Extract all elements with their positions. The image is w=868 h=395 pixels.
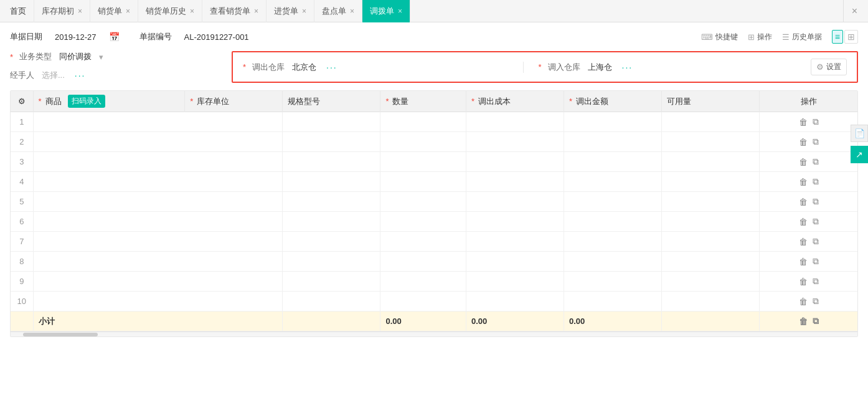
table-settings-icon[interactable]: ⚙: [18, 97, 26, 106]
row-amount-2[interactable]: [564, 132, 662, 152]
row-product-2[interactable]: [33, 132, 283, 152]
copy-icon-8[interactable]: ⧉: [813, 256, 819, 267]
subtotal-delete-icon[interactable]: 🗑: [799, 316, 808, 326]
row-qty-10[interactable]: [380, 292, 466, 312]
delete-icon-8[interactable]: 🗑: [799, 257, 808, 267]
row-unit-4[interactable]: [283, 172, 380, 192]
delete-icon-5[interactable]: 🗑: [799, 197, 808, 207]
row-amount-10[interactable]: [564, 292, 662, 312]
delete-icon-6[interactable]: 🗑: [799, 217, 808, 227]
row-cost-5[interactable]: [466, 192, 564, 212]
horizontal-scrollbar[interactable]: [11, 331, 857, 336]
row-amount-8[interactable]: [564, 252, 662, 272]
row-amount-4[interactable]: [564, 172, 662, 192]
row-unit-10[interactable]: [283, 292, 380, 312]
tab-sales-history-close[interactable]: ×: [190, 7, 194, 16]
row-product-5[interactable]: [33, 192, 283, 212]
row-product-6[interactable]: [33, 212, 283, 232]
tab-transfer[interactable]: 调拨单 ×: [362, 0, 410, 22]
history-btn[interactable]: ☰ 历史单据: [782, 32, 822, 42]
row-qty-3[interactable]: [380, 152, 466, 172]
row-amount-6[interactable]: [564, 212, 662, 232]
tab-transfer-close[interactable]: ×: [398, 7, 402, 16]
copy-icon-4[interactable]: ⧉: [813, 176, 819, 187]
row-cost-2[interactable]: [466, 132, 564, 152]
settings-button[interactable]: ⚙ 设置: [811, 59, 847, 75]
row-cost-4[interactable]: [466, 172, 564, 192]
row-cost-9[interactable]: [466, 272, 564, 292]
row-qty-2[interactable]: [380, 132, 466, 152]
out-warehouse-dots-btn[interactable]: ···: [326, 62, 337, 72]
tab-purchase-close[interactable]: ×: [302, 7, 306, 16]
tab-stock-init[interactable]: 库存期初 ×: [34, 0, 90, 22]
copy-icon-9[interactable]: ⧉: [813, 276, 819, 287]
tab-sales-history[interactable]: 销货单历史 ×: [138, 0, 202, 22]
tab-view-sales[interactable]: 查看销货单 ×: [202, 0, 267, 22]
tab-purchase[interactable]: 进货单 ×: [267, 0, 314, 22]
handler-value[interactable]: 选择...: [42, 70, 65, 81]
row-product-9[interactable]: [33, 272, 283, 292]
row-cost-7[interactable]: [466, 232, 564, 252]
row-cost-8[interactable]: [466, 252, 564, 272]
shortcuts-btn[interactable]: ⌨ 快捷键: [701, 32, 738, 42]
scan-button[interactable]: 扫码录入: [68, 95, 105, 108]
tab-stock-init-close[interactable]: ×: [78, 7, 82, 16]
copy-icon-3[interactable]: ⧉: [813, 156, 819, 167]
copy-icon-5[interactable]: ⧉: [813, 196, 819, 207]
delete-icon-9[interactable]: 🗑: [799, 277, 808, 287]
delete-icon-10[interactable]: 🗑: [799, 297, 808, 307]
row-qty-8[interactable]: [380, 252, 466, 272]
sidebar-doc-btn[interactable]: 📄: [851, 125, 868, 142]
row-product-10[interactable]: [33, 292, 283, 312]
copy-icon-10[interactable]: ⧉: [813, 296, 819, 307]
row-qty-6[interactable]: [380, 212, 466, 232]
row-qty-5[interactable]: [380, 192, 466, 212]
sidebar-expand-btn[interactable]: ↗: [851, 146, 868, 163]
row-cost-1[interactable]: [466, 112, 564, 132]
row-amount-3[interactable]: [564, 152, 662, 172]
tab-inventory[interactable]: 盘点单 ×: [314, 0, 362, 22]
business-type-dropdown-icon[interactable]: ▾: [99, 52, 103, 62]
col-settings-header[interactable]: ⚙: [11, 91, 33, 112]
row-unit-3[interactable]: [283, 152, 380, 172]
copy-icon-1[interactable]: ⧉: [813, 117, 819, 127]
row-cost-3[interactable]: [466, 152, 564, 172]
calendar-icon[interactable]: 📅: [109, 32, 120, 42]
in-warehouse-dots-btn[interactable]: ···: [622, 62, 633, 72]
grid-view-btn[interactable]: ⊞: [844, 30, 858, 44]
tab-sales-close[interactable]: ×: [126, 7, 130, 16]
list-view-btn[interactable]: ≡: [832, 30, 843, 44]
row-unit-8[interactable]: [283, 252, 380, 272]
row-amount-1[interactable]: [564, 112, 662, 132]
delete-icon-2[interactable]: 🗑: [799, 137, 808, 147]
tab-view-sales-close[interactable]: ×: [254, 7, 258, 16]
copy-icon-7[interactable]: ⧉: [813, 236, 819, 247]
row-product-8[interactable]: [33, 252, 283, 272]
row-unit-1[interactable]: [283, 112, 380, 132]
copy-icon-2[interactable]: ⧉: [813, 136, 819, 147]
tab-bar-close-btn[interactable]: ×: [843, 0, 866, 22]
row-product-4[interactable]: [33, 172, 283, 192]
copy-icon-6[interactable]: ⧉: [813, 216, 819, 227]
row-qty-1[interactable]: [380, 112, 466, 132]
row-cost-6[interactable]: [466, 212, 564, 232]
delete-icon-1[interactable]: 🗑: [799, 117, 808, 127]
row-qty-4[interactable]: [380, 172, 466, 192]
delete-icon-7[interactable]: 🗑: [799, 237, 808, 247]
row-unit-5[interactable]: [283, 192, 380, 212]
tab-home[interactable]: 首页: [2, 0, 34, 22]
tab-sales[interactable]: 销货单 ×: [90, 0, 138, 22]
row-amount-9[interactable]: [564, 272, 662, 292]
row-product-7[interactable]: [33, 232, 283, 252]
handler-dots-btn[interactable]: ···: [75, 70, 86, 80]
row-unit-6[interactable]: [283, 212, 380, 232]
row-product-1[interactable]: [33, 112, 283, 132]
row-unit-7[interactable]: [283, 232, 380, 252]
row-cost-10[interactable]: [466, 292, 564, 312]
row-unit-9[interactable]: [283, 272, 380, 292]
row-amount-5[interactable]: [564, 192, 662, 212]
subtotal-copy-icon[interactable]: ⧉: [813, 316, 819, 326]
delete-icon-4[interactable]: 🗑: [799, 177, 808, 187]
row-product-3[interactable]: [33, 152, 283, 172]
row-qty-7[interactable]: [380, 232, 466, 252]
